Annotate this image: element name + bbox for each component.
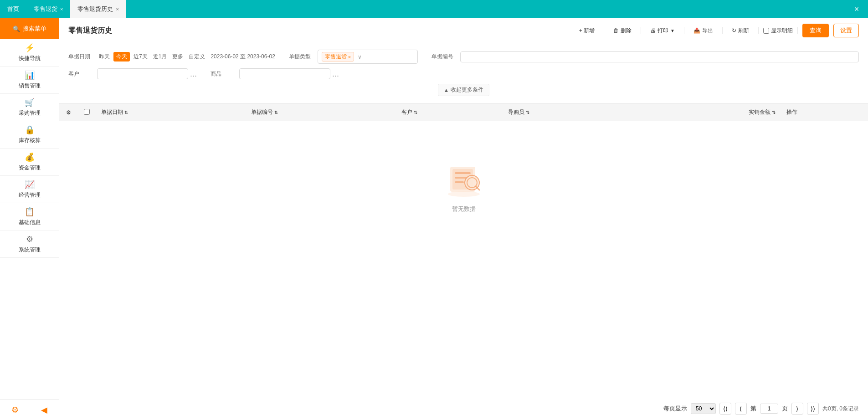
svg-point-0 [448,191,480,197]
tab-home[interactable]: 首页 [0,0,26,18]
th-customer: 客户 ⇅ [396,104,503,121]
divider-2 [641,27,641,34]
sidebar-item-system-mgmt[interactable]: ⚙ 系统管理 [0,230,59,258]
filter-row-1: 单据日期 昨天 今天 近7天 近1月 更多 自定义 2023-06-02 至 2… [68,50,859,64]
window-close-button[interactable]: × [845,0,868,18]
settings-icon[interactable]: ⚙ [66,109,71,116]
top-bar-spacer [126,0,845,18]
page-prev-button[interactable]: ⟨ [735,403,747,415]
new-button[interactable]: + 新增 [575,25,599,37]
page-first-button[interactable]: ⟨⟨ [719,403,731,415]
divider-1 [604,27,604,34]
show-detail-checkbox[interactable]: 显示明细 [763,27,793,35]
date-label: 单据日期 [68,53,93,61]
date-btn-more[interactable]: 更多 [170,52,185,61]
th-guide-sort[interactable]: 导购员 ⇅ [508,108,529,116]
customer-dots[interactable]: ... [190,69,197,79]
sidebar-item-purchase-mgmt[interactable]: 🛒 采购管理 [0,94,59,121]
customer-input[interactable] [97,68,188,79]
th-action-label: 操作 [786,109,797,115]
refresh-icon: ↻ [732,27,736,34]
tab-retail-return-history[interactable]: 零售退货历史 × [70,0,126,18]
table-body: 暂无数据 [59,121,868,250]
customer-label: 客户 [68,70,93,78]
sort-icon-customer: ⇅ [414,110,417,115]
print-button[interactable]: 🖨 打印 ▼ [646,25,679,37]
th-customer-sort[interactable]: 客户 ⇅ [401,108,417,116]
th-settings[interactable]: ⚙ [59,104,77,121]
collapse-up-icon: ▲ [444,87,449,93]
sidebar-gear-icon[interactable]: ⚙ [11,405,19,415]
th-amount-label: 实销金额 [749,108,770,116]
th-date-label: 单据日期 [101,108,123,116]
goods-input[interactable] [239,68,330,79]
th-check[interactable] [77,104,96,121]
refresh-label: 刷新 [738,27,749,35]
th-customer-label: 客户 [401,108,412,116]
export-icon: 📤 [693,27,700,34]
filter-date: 单据日期 昨天 今天 近7天 近1月 更多 自定义 2023-06-02 至 2… [68,52,275,61]
th-date-sort[interactable]: 单据日期 ⇅ [101,108,128,116]
sidebar-search[interactable]: 🔍 搜索菜单 [0,18,59,39]
sort-icon-bill-no: ⇅ [274,110,278,115]
tab-retail-return-close[interactable]: × [60,6,63,12]
bill-no-input[interactable] [460,51,859,62]
bill-type-tag-remove[interactable]: × [348,54,351,60]
per-page-select[interactable]: 50 10 20 100 [691,403,716,414]
date-btn-today[interactable]: 今天 [113,52,130,61]
print-chevron-icon: ▼ [670,28,675,33]
bill-type-select[interactable]: 零售退货 × ∨ [318,50,418,64]
inventory-icon: 🔒 [25,125,35,135]
table-area: ⚙ 单据日期 ⇅ 单据编号 [59,104,868,397]
sidebar-item-operations-mgmt[interactable]: 📈 经营管理 [0,176,59,203]
bill-type-label: 单据类型 [289,53,314,61]
date-btn-yesterday[interactable]: 昨天 [97,52,112,61]
sidebar-item-basic-info[interactable]: 📋 基础信息 [0,203,59,230]
th-amount-sort[interactable]: 实销金额 ⇅ [749,108,776,116]
tab-retail-return-history-label: 零售退货历史 [77,5,113,13]
page-last-button[interactable]: ⟩⟩ [807,403,819,415]
select-all-checkbox[interactable] [84,109,90,115]
page-input[interactable]: 1 [760,404,778,414]
pagination-total: 共0页, 0条记录 [822,405,859,413]
print-icon: 🖨 [650,27,656,34]
sidebar-item-quick-nav[interactable]: ⚡ 快捷导航 [0,39,59,67]
tab-retail-return-history-close[interactable]: × [116,6,118,12]
export-button[interactable]: 📤 导出 [689,25,718,37]
sidebar-item-inventory[interactable]: 🔒 库存核算 [0,121,59,149]
date-btn-1month[interactable]: 近1月 [151,52,169,61]
filter-bill-no: 单据编号 [431,51,859,62]
sidebar-item-sales-mgmt[interactable]: 📊 销售管理 [0,67,59,94]
page-header: 零售退货历史 + 新增 🗑 删除 🖨 打印 ▼ 📤 导出 [59,18,868,43]
goods-dots[interactable]: ... [332,69,339,79]
setting-button[interactable]: 设置 [833,24,859,37]
tab-retail-return[interactable]: 零售退货 × [26,0,70,18]
svg-rect-5 [455,181,464,183]
date-btn-7days[interactable]: 近7天 [132,52,149,61]
th-guide-label: 导购员 [508,108,524,116]
export-label: 导出 [702,27,713,35]
th-bill-no-sort[interactable]: 单据编号 ⇅ [251,108,278,116]
sidebar-item-finance-mgmt[interactable]: 💰 资金管理 [0,149,59,176]
show-detail-input[interactable] [763,28,769,34]
query-button[interactable]: 查询 [802,24,829,37]
main-layout: 🔍 搜索菜单 ⚡ 快捷导航 📊 销售管理 🛒 采购管理 🔒 库存核算 💰 资金管… [0,18,868,420]
page-next-button[interactable]: ⟩ [791,403,803,415]
tab-home-label: 首页 [7,5,19,13]
sidebar: 🔍 搜索菜单 ⚡ 快捷导航 📊 销售管理 🛒 采购管理 🔒 库存核算 💰 资金管… [0,18,59,420]
delete-button[interactable]: 🗑 删除 [609,25,636,37]
sidebar-collapse-icon[interactable]: ◀ [41,405,47,415]
show-detail-label: 显示明细 [771,27,793,35]
delete-label: 删除 [621,27,632,35]
collapse-button[interactable]: ▲ 收起更多条件 [438,84,490,96]
content-area: 零售退货历史 + 新增 🗑 删除 🖨 打印 ▼ 📤 导出 [59,18,868,420]
svg-rect-4 [455,177,467,179]
date-btn-custom[interactable]: 自定义 [187,52,207,61]
bill-type-tag[interactable]: 零售退货 × [322,52,354,61]
sidebar-bottom: ⚙ ◀ [0,399,59,420]
th-bill-no: 单据编号 ⇅ [246,104,395,121]
divider-5 [758,27,759,34]
refresh-button[interactable]: ↻ 刷新 [727,25,754,37]
sidebar-item-quick-nav-label: 快捷导航 [19,55,41,62]
purchase-icon: 🛒 [25,97,35,108]
